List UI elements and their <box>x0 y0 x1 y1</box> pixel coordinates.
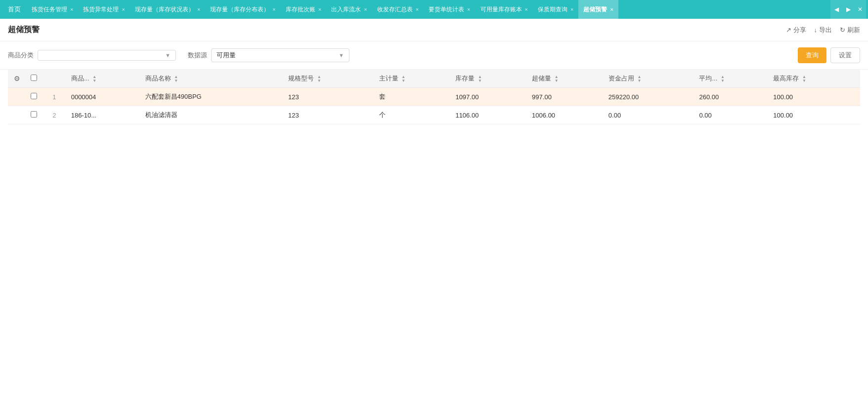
col-stock-label: 库存量 <box>455 75 475 82</box>
nav-home[interactable]: 首页 <box>2 5 27 14</box>
row-unit: 套 <box>375 88 452 106</box>
nav-tab-close-11[interactable]: × <box>610 6 613 12</box>
sort-icon-max[interactable]: ▲▼ <box>802 75 806 83</box>
nav-tab-4[interactable]: 现存量（库存分布表） × <box>205 0 280 19</box>
row-avg: 260.00 <box>695 88 769 106</box>
nav-tab-5[interactable]: 库存批次账 × <box>281 0 326 19</box>
row-checkbox[interactable] <box>31 111 37 118</box>
table-row: 2 186-10... 机油滤清器 123 个 1106.00 1006.00 … <box>8 106 860 124</box>
col-unit-label: 主计量 <box>379 75 398 82</box>
nav-next-button[interactable]: ▶ <box>842 0 854 19</box>
nav-tab-9[interactable]: 可用量库存账本 × <box>476 0 533 19</box>
nav-tab-label-9: 可用量库存账本 <box>480 5 522 14</box>
page-title: 超储预警 <box>8 25 786 35</box>
row-checkbox-cell <box>26 106 42 124</box>
nav-tab-label-11: 超储预警 <box>583 5 607 14</box>
nav-tab-2[interactable]: 拣货异常处理 × <box>78 0 130 19</box>
col-goods-code-label: 商品... <box>71 75 89 82</box>
row-checkbox-cell <box>26 88 42 106</box>
nav-tab-close-7[interactable]: × <box>416 6 419 12</box>
row-number: 2 <box>42 106 67 124</box>
row-stock: 1097.00 <box>451 88 528 106</box>
datasource-select[interactable]: 可用量 ▼ <box>211 48 349 62</box>
nav-tab-close-6[interactable]: × <box>364 6 367 12</box>
nav-tab-close-2[interactable]: × <box>122 6 125 12</box>
nav-tab-8[interactable]: 要货单统计表 × <box>424 0 475 19</box>
row-gear-cell <box>8 106 26 124</box>
category-filter: 商品分类 ▼ <box>8 50 176 61</box>
row-capital: 0.00 <box>605 106 695 124</box>
col-row-num <box>42 70 67 88</box>
query-button[interactable]: 查询 <box>798 47 826 63</box>
nav-tab-3[interactable]: 现存量（库存状况表） × <box>130 0 205 19</box>
row-over: 997.00 <box>528 88 605 106</box>
sort-icon-goods-name[interactable]: ▲▼ <box>174 75 178 83</box>
row-max-stock: 100.00 <box>769 106 860 124</box>
row-spec: 123 <box>284 106 375 124</box>
row-goods-code: 0000004 <box>67 88 141 106</box>
nav-tab-1[interactable]: 拣货任务管理 × <box>27 0 78 19</box>
nav-tab-close-9[interactable]: × <box>525 6 528 12</box>
row-over: 1006.00 <box>528 106 605 124</box>
col-unit-header: 主计量 ▲▼ <box>375 70 452 88</box>
share-label: 分享 <box>793 26 806 35</box>
nav-tab-close-3[interactable]: × <box>197 6 200 12</box>
sort-icon-unit[interactable]: ▲▼ <box>401 75 405 83</box>
refresh-label: 刷新 <box>847 26 860 35</box>
nav-tab-close-10[interactable]: × <box>570 6 573 12</box>
row-max-stock: 100.00 <box>769 88 860 106</box>
nav-tab-6[interactable]: 出入库流水 × <box>326 0 372 19</box>
row-gear-cell <box>8 88 26 106</box>
nav-tab-10[interactable]: 保质期查询 × <box>533 0 578 19</box>
nav-tab-close-4[interactable]: × <box>272 6 275 12</box>
col-avg-label: 平均... <box>699 75 717 82</box>
nav-tab-close-8[interactable]: × <box>467 6 470 12</box>
export-button[interactable]: ↓ 导出 <box>814 26 832 35</box>
sort-icon-avg[interactable]: ▲▼ <box>721 75 725 83</box>
col-spec-header: 规格型号 ▲▼ <box>284 70 375 88</box>
sort-icon-capital[interactable]: ▲▼ <box>637 75 641 83</box>
nav-tab-7[interactable]: 收发存汇总表 × <box>372 0 424 19</box>
row-unit: 个 <box>375 106 452 124</box>
nav-tab-label-6: 出入库流水 <box>331 5 361 14</box>
nav-close-button[interactable]: ✕ <box>854 0 866 19</box>
top-nav: 首页 拣货任务管理 × 拣货异常处理 × 现存量（库存状况表） × 现存量（库存… <box>0 0 868 19</box>
nav-prev-button[interactable]: ◀ <box>830 0 842 19</box>
table-header-row: ⚙ 商品... ▲▼ 商品名称 ▲▼ 规格型号 ▲▼ <box>8 70 860 88</box>
col-goods-code: 商品... ▲▼ <box>67 70 141 88</box>
select-all-checkbox[interactable] <box>31 75 37 81</box>
col-max-header: 最高库存 ▲▼ <box>769 70 860 88</box>
col-capital-label: 资金占用 <box>608 75 634 82</box>
table-body: 1 0000004 六配套新昌490BPG 123 套 1097.00 997.… <box>8 88 860 124</box>
nav-tab-label-5: 库存批次账 <box>286 5 315 14</box>
col-over-label: 超储量 <box>532 75 551 82</box>
refresh-button[interactable]: ↻ 刷新 <box>840 26 860 35</box>
nav-tab-close-5[interactable]: × <box>318 6 321 12</box>
row-goods-code: 186-10... <box>67 106 141 124</box>
col-avg-header: 平均... ▲▼ <box>695 70 769 88</box>
col-goods-name-label: 商品名称 <box>145 75 171 82</box>
nav-tab-label-8: 要货单统计表 <box>429 5 464 14</box>
table-settings-icon[interactable]: ⚙ <box>14 75 20 82</box>
nav-tab-close-1[interactable]: × <box>70 6 73 12</box>
table-container: ⚙ 商品... ▲▼ 商品名称 ▲▼ 规格型号 ▲▼ <box>0 70 868 124</box>
sort-icon-goods-code[interactable]: ▲▼ <box>92 75 96 83</box>
sort-icon-stock[interactable]: ▲▼ <box>478 75 482 83</box>
nav-tab-label-1: 拣货任务管理 <box>32 5 67 14</box>
share-button[interactable]: ↗ 分享 <box>786 26 806 35</box>
row-spec: 123 <box>284 88 375 106</box>
row-stock: 1106.00 <box>451 106 528 124</box>
nav-tab-label-7: 收发存汇总表 <box>377 5 413 14</box>
row-capital: 259220.00 <box>605 88 695 106</box>
nav-tab-label-3: 现存量（库存状况表） <box>135 5 194 14</box>
refresh-icon: ↻ <box>840 26 845 34</box>
row-checkbox[interactable] <box>31 93 37 99</box>
category-select[interactable]: ▼ <box>38 50 176 61</box>
nav-arrows: ◀ ▶ ✕ <box>830 0 866 19</box>
sort-icon-over[interactable]: ▲▼ <box>555 75 559 83</box>
nav-tab-11[interactable]: 超储预警 × <box>578 0 618 19</box>
datasource-filter-label: 数据源 <box>188 51 207 60</box>
sort-icon-spec[interactable]: ▲▼ <box>317 75 321 83</box>
export-icon: ↓ <box>814 26 818 34</box>
settings-button[interactable]: 设置 <box>830 47 860 63</box>
